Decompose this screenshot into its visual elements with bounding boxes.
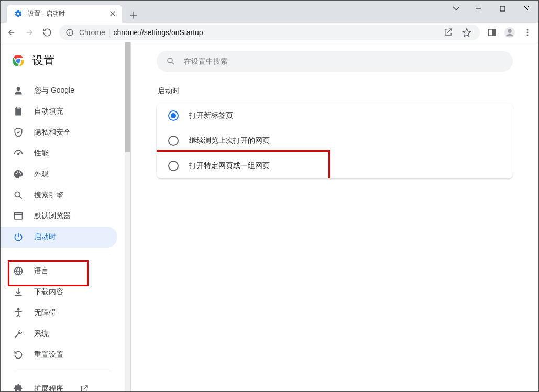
sidebar-item-system[interactable]: 系统 <box>1 323 117 344</box>
clipboard-icon <box>13 106 24 117</box>
sidebar: 设置 您与 Google 自动填充 隐私和安全 性能 <box>1 42 131 391</box>
sidebar-item-performance[interactable]: 性能 <box>1 143 117 164</box>
sidebar-item-label: 自动填充 <box>34 107 63 116</box>
svg-point-8 <box>527 29 529 30</box>
svg-point-9 <box>527 31 529 33</box>
address-bar[interactable]: Chrome | chrome://settings/onStartup <box>59 25 480 40</box>
sidebar-header: 设置 <box>1 42 125 78</box>
external-link-icon <box>80 385 89 391</box>
radio-specific-pages[interactable]: 打开特定网页或一组网页 <box>157 153 513 178</box>
radio-icon <box>168 110 179 121</box>
sidebar-item-label: 无障碍 <box>34 308 56 318</box>
power-icon <box>13 232 24 242</box>
svg-rect-23 <box>15 212 23 219</box>
tab-strip: 设置 - 启动时 <box>1 1 446 23</box>
url-origin: Chrome <box>79 28 105 37</box>
radio-icon <box>168 161 179 171</box>
close-icon[interactable] <box>108 9 117 18</box>
tab-search-button[interactable] <box>446 1 466 16</box>
sidebar-item-label: 重置设置 <box>34 350 63 360</box>
sidebar-item-label: 启动时 <box>34 232 56 242</box>
svg-point-13 <box>16 59 21 63</box>
sidebar-item-default-browser[interactable]: 默认浏览器 <box>1 206 117 227</box>
sidebar-item-reset[interactable]: 重置设置 <box>1 344 117 365</box>
speed-icon <box>13 148 24 159</box>
radio-new-tab[interactable]: 打开新标签页 <box>157 103 513 128</box>
sidebar-item-autofill[interactable]: 自动填充 <box>1 101 117 122</box>
radio-icon <box>168 136 179 146</box>
sidebar-item-privacy[interactable]: 隐私和安全 <box>1 122 117 143</box>
sidebar-item-label: 搜索引擎 <box>34 191 63 200</box>
profile-avatar[interactable] <box>502 25 518 40</box>
site-info-icon[interactable] <box>65 28 74 37</box>
reload-button[interactable] <box>39 25 55 40</box>
sidebar-item-accessibility[interactable]: 无障碍 <box>1 303 117 323</box>
window-titlebar: 设置 - 启动时 <box>1 1 538 23</box>
browser-toolbar: Chrome | chrome://settings/onStartup <box>1 23 538 42</box>
person-icon <box>13 85 24 96</box>
divider <box>13 372 112 372</box>
download-icon <box>13 287 24 297</box>
side-panel-icon[interactable] <box>484 25 500 40</box>
radio-continue[interactable]: 继续浏览上次打开的网页 <box>157 128 513 153</box>
share-icon[interactable] <box>441 25 455 40</box>
sidebar-item-label: 下载内容 <box>34 287 63 297</box>
sidebar-item-label: 系统 <box>34 329 49 339</box>
menu-icon[interactable] <box>520 25 535 40</box>
chrome-logo-icon <box>12 54 25 67</box>
maximize-button[interactable] <box>490 1 514 16</box>
svg-point-18 <box>16 173 17 174</box>
svg-point-19 <box>17 171 18 173</box>
radio-label: 打开特定网页或一组网页 <box>189 161 270 171</box>
sidebar-item-label: 性能 <box>34 149 49 158</box>
main-panel: 启动时 打开新标签页 继续浏览上次打开的网页 打开特定网页或一组网页 <box>131 42 538 391</box>
settings-search[interactable] <box>157 51 513 72</box>
sidebar-item-label: 默认浏览器 <box>34 211 71 221</box>
gear-icon <box>13 8 24 19</box>
sidebar-item-languages[interactable]: 语言 <box>1 261 117 282</box>
extension-icon <box>13 384 24 391</box>
tab-title: 设置 - 启动时 <box>28 9 104 18</box>
search-icon <box>13 190 24 200</box>
svg-point-10 <box>527 34 529 36</box>
minimize-button[interactable] <box>466 1 490 16</box>
close-window-button[interactable] <box>514 1 538 16</box>
sidebar-item-extensions[interactable]: 扩展程序 <box>1 378 117 391</box>
startup-options-card: 打开新标签页 继续浏览上次打开的网页 打开特定网页或一组网页 <box>157 103 513 178</box>
window-controls <box>446 1 538 16</box>
sidebar-item-search-engine[interactable]: 搜索引擎 <box>1 185 117 206</box>
sidebar-item-label: 外观 <box>34 170 49 179</box>
url-text: Chrome | chrome://settings/onStartup <box>79 28 203 37</box>
svg-point-26 <box>168 58 172 63</box>
search-input[interactable] <box>183 57 503 66</box>
section-title: 启动时 <box>157 86 513 96</box>
bookmark-icon[interactable] <box>460 25 474 40</box>
svg-point-14 <box>17 87 20 91</box>
sidebar-item-label: 语言 <box>34 266 49 276</box>
palette-icon <box>13 169 24 180</box>
browser-icon <box>13 211 24 221</box>
wrench-icon <box>13 329 24 339</box>
sidebar-item-on-startup[interactable]: 启动时 <box>1 227 117 248</box>
search-icon <box>166 57 175 66</box>
sidebar-item-label: 隐私和安全 <box>34 128 71 137</box>
shield-icon <box>13 127 24 138</box>
sidebar-item-appearance[interactable]: 外观 <box>1 164 117 185</box>
svg-point-17 <box>18 153 19 155</box>
globe-icon <box>13 266 24 276</box>
sidebar-scrollbar[interactable] <box>125 42 130 391</box>
scrollbar-thumb[interactable] <box>125 42 130 152</box>
forward-button[interactable] <box>21 25 37 40</box>
radio-label: 打开新标签页 <box>189 111 233 120</box>
sidebar-item-label: 您与 Google <box>34 86 74 95</box>
new-tab-button[interactable] <box>126 8 141 23</box>
svg-point-21 <box>20 173 21 175</box>
svg-point-7 <box>508 29 511 32</box>
sidebar-item-downloads[interactable]: 下载内容 <box>1 282 117 303</box>
svg-rect-0 <box>500 6 505 11</box>
radio-label: 继续浏览上次打开的网页 <box>189 136 270 145</box>
sidebar-item-you-and-google[interactable]: 您与 Google <box>1 80 117 101</box>
svg-point-25 <box>17 309 19 310</box>
back-button[interactable] <box>4 25 19 40</box>
browser-tab[interactable]: 设置 - 启动时 <box>7 5 122 23</box>
